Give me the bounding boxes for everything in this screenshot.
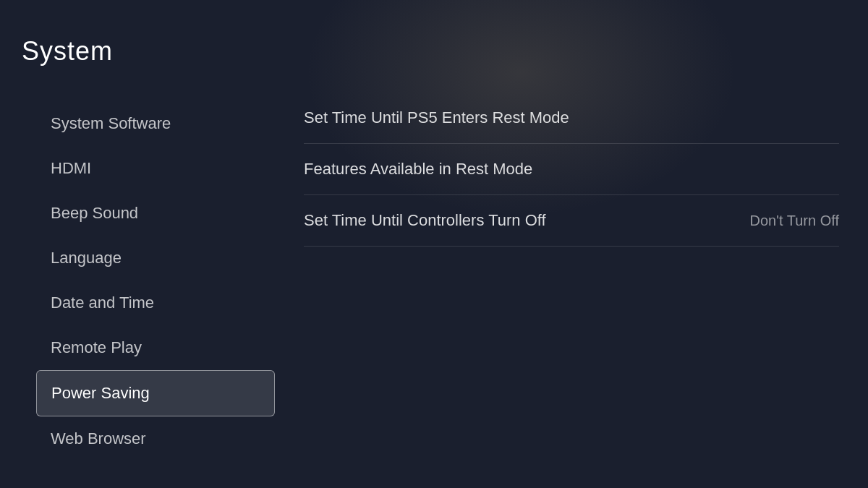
sidebar-item-system-software[interactable]: System Software — [51, 101, 275, 146]
sidebar-item-web-browser[interactable]: Web Browser — [51, 416, 275, 461]
sidebar-item-power-saving[interactable]: Power Saving — [36, 370, 275, 416]
sidebar-item-hdmi[interactable]: HDMI — [51, 146, 275, 191]
content-item-rest-mode[interactable]: Set Time Until PS5 Enters Rest Mode — [304, 101, 839, 144]
content-item-value: Don't Turn Off — [749, 213, 839, 229]
layout: System SoftwareHDMIBeep SoundLanguageDat… — [0, 94, 868, 488]
page-title: System — [22, 36, 113, 67]
content-panel: Set Time Until PS5 Enters Rest ModeFeatu… — [275, 94, 868, 488]
sidebar-item-beep-sound[interactable]: Beep Sound — [51, 191, 275, 236]
sidebar: System SoftwareHDMIBeep SoundLanguageDat… — [0, 94, 275, 488]
content-item-label: Set Time Until PS5 Enters Rest Mode — [304, 108, 569, 127]
content-item-controllers-off[interactable]: Set Time Until Controllers Turn OffDon't… — [304, 195, 839, 247]
content-item-label: Set Time Until Controllers Turn Off — [304, 211, 546, 230]
sidebar-item-date-and-time[interactable]: Date and Time — [51, 281, 275, 325]
sidebar-item-remote-play[interactable]: Remote Play — [51, 325, 275, 370]
content-item-label: Features Available in Rest Mode — [304, 160, 532, 179]
sidebar-item-language[interactable]: Language — [51, 236, 275, 281]
content-item-features-rest[interactable]: Features Available in Rest Mode — [304, 144, 839, 195]
